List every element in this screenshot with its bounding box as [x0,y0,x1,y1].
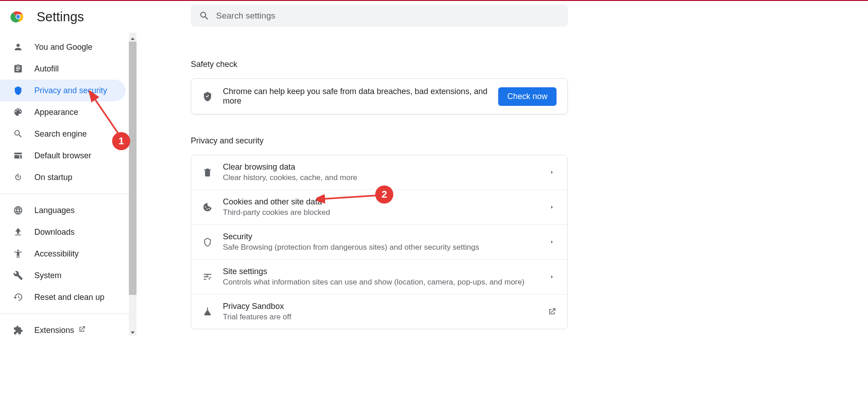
row-subtitle: Trial features are off [223,313,547,322]
settings-main: Safety check Chrome can help keep you sa… [191,33,568,329]
row-title: Security [223,232,547,242]
shield-check-icon [202,91,213,102]
privacy-list: Clear browsing data Clear history, cooki… [191,155,568,329]
scrollbar-thumb[interactable] [129,42,137,295]
scrollbar-up-icon[interactable] [131,34,135,38]
sidebar-item-autofill[interactable]: Autofill [0,58,126,80]
clipboard-icon [13,63,24,74]
search-icon [199,10,210,21]
sidebar-item-appearance[interactable]: Appearance [0,101,126,123]
sidebar-item-downloads[interactable]: Downloads [0,221,126,243]
palette-icon [13,107,24,118]
row-subtitle: Controls what information sites can use … [223,278,547,287]
row-title: Clear browsing data [223,162,547,172]
sidebar-item-extensions[interactable]: Extensions [0,319,126,341]
extension-icon [13,325,24,336]
power-icon [13,172,24,183]
scrollbar-down-icon[interactable] [131,328,135,332]
chevron-right-icon [547,237,557,247]
search-input[interactable] [216,11,560,21]
download-icon [13,227,24,237]
sidebar-item-label: Downloads [34,228,75,237]
external-link-icon [547,307,557,316]
row-title: Privacy Sandbox [223,302,547,311]
sidebar-item-default-browser[interactable]: Default browser [0,145,126,166]
sidebar-item-system[interactable]: System [0,265,126,286]
row-clear-browsing-data[interactable]: Clear browsing data Clear history, cooki… [191,155,567,190]
sidebar-item-label: On startup [34,173,72,182]
external-link-icon [78,325,86,335]
flask-icon [202,306,213,317]
browser-icon [13,150,24,161]
wrench-icon [13,270,24,281]
sidebar-item-label: Languages [34,206,75,215]
person-icon [13,42,24,52]
safety-check-text: Chrome can help keep you safe from data … [223,87,498,106]
restore-icon [13,292,24,303]
row-site-settings[interactable]: Site settings Controls what information … [191,260,567,294]
accessibility-icon [13,248,24,259]
cookie-icon [202,202,213,213]
row-privacy-sandbox[interactable]: Privacy Sandbox Trial features are off [191,294,567,329]
sidebar-item-on-startup[interactable]: On startup [0,166,126,188]
sidebar-item-privacy-security[interactable]: Privacy and security [0,80,126,101]
sidebar-item-label: You and Google [34,43,92,52]
search-settings[interactable] [191,5,568,27]
row-subtitle: Third-party cookies are blocked [223,208,547,217]
sidebar-item-label: Privacy and security [34,86,107,95]
sidebar-item-accessibility[interactable]: Accessibility [0,243,126,265]
sidebar-item-label: Accessibility [34,249,79,259]
sidebar-item-label: Default browser [34,151,91,161]
annotation-badge-2: 2 [375,185,393,204]
chevron-right-icon [547,272,557,281]
sidebar-item-label: Autofill [34,64,59,74]
sidebar-item-languages[interactable]: Languages [0,199,126,221]
sidebar-item-label: Search engine [34,129,87,139]
row-title: Site settings [223,267,547,276]
safety-check-card: Chrome can help keep you safe from data … [191,78,568,114]
sidebar-item-label: Appearance [34,108,78,117]
sidebar-divider [0,313,137,314]
sidebar-item-reset-cleanup[interactable]: Reset and clean up [0,286,126,308]
globe-icon [13,205,24,216]
sidebar-item-label: Reset and clean up [34,293,104,302]
settings-sidebar: You and Google Autofill Privacy and secu… [0,33,137,408]
check-now-button[interactable]: Check now [498,87,557,106]
tune-icon [202,271,213,282]
trash-icon [202,167,213,178]
page-title: Settings [37,9,84,24]
annotation-badge-1: 1 [112,132,130,150]
shield-outline-icon [202,237,213,247]
sidebar-item-search-engine[interactable]: Search engine [0,123,126,145]
row-subtitle: Clear history, cookies, cache, and more [223,173,547,182]
section-title-safety-check: Safety check [191,60,568,69]
row-subtitle: Safe Browsing (protection from dangerous… [223,243,547,252]
chrome-logo-icon [10,9,26,24]
section-title-privacy: Privacy and security [191,136,568,146]
chevron-right-icon [547,203,557,212]
shield-icon [13,85,24,96]
sidebar-item-label: System [34,271,61,280]
row-security[interactable]: Security Safe Browsing (protection from … [191,225,567,260]
sidebar-item-you-and-google[interactable]: You and Google [0,36,126,58]
sidebar-divider [0,194,137,194]
chevron-right-icon [547,168,557,177]
sidebar-item-label: Extensions [34,326,74,335]
search-icon [13,128,24,139]
